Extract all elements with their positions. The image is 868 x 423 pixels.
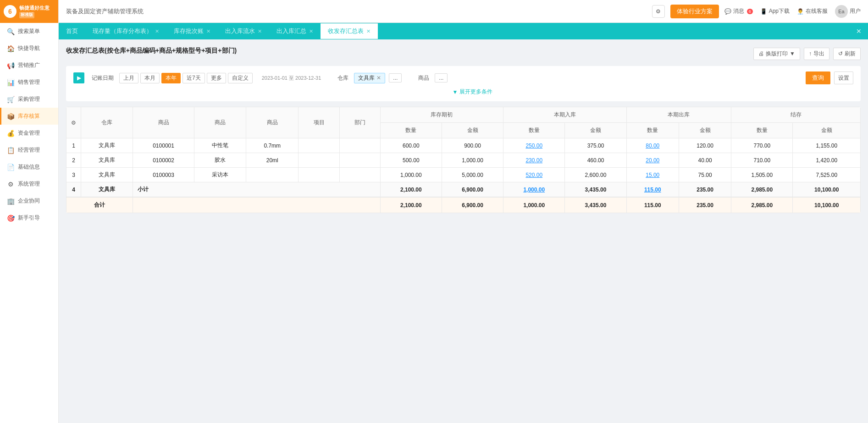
sidebar-item-inventory[interactable]: 📦 库存核算: [0, 108, 58, 125]
tab-close-in-out-summary[interactable]: ✕: [309, 28, 313, 34]
inventory-icon: 📦: [7, 113, 14, 120]
tab-close-receive-summary[interactable]: ✕: [366, 28, 370, 34]
date-btn-this-month[interactable]: 本月: [140, 73, 160, 83]
sidebar-item-quick-nav[interactable]: 🏠 快捷导航: [0, 40, 58, 57]
tab-close-batch[interactable]: ✕: [206, 28, 210, 34]
sidebar-item-marketing[interactable]: 📢 营销推广: [0, 57, 58, 74]
app-download-btn[interactable]: 📱 App下载: [760, 7, 790, 15]
warehouse-tag: 文具库 ✕: [354, 73, 385, 83]
sidebar-item-search[interactable]: 🔍 搜索菜单: [0, 23, 58, 40]
tab-in-out-flow[interactable]: 出入库流水 ✕: [218, 23, 269, 39]
warehouse-more-btn[interactable]: ...: [389, 73, 402, 82]
date-btn-this-year[interactable]: 本年: [161, 73, 181, 83]
row-bal-qty: 770.00: [731, 138, 793, 153]
date-btn-last-month[interactable]: 上月: [119, 73, 138, 83]
row-bal-amt: 1,155.00: [793, 138, 861, 153]
goods-more-btn[interactable]: ...: [435, 73, 448, 82]
sub-out-qty[interactable]: 115.00: [626, 182, 679, 198]
sidebar-item-label: 快捷导航: [18, 44, 40, 52]
sidebar-item-operation[interactable]: 📋 经营管理: [0, 142, 58, 159]
row-in-qty[interactable]: 250.00: [503, 138, 565, 153]
printer-icon: 🖨: [758, 50, 764, 57]
sidebar-item-label: 采购管理: [18, 95, 40, 103]
warehouse-tag-close[interactable]: ✕: [376, 75, 381, 81]
sidebar-item-label: 经营管理: [18, 146, 40, 154]
guide-icon: 🎯: [7, 214, 14, 222]
total-bal-amt: 10,100.00: [793, 197, 861, 213]
sidebar-item-label: 新手引导: [18, 214, 40, 222]
row-out-amt: 120.00: [679, 138, 731, 153]
top-bar: 装备及固定资产辅助管理系统 ⚙ 体验行业方案 💬 消息 6 📱 App下载 👨‍…: [59, 0, 868, 23]
total-out-qty: 115.00: [626, 197, 679, 213]
sales-icon: 📊: [7, 79, 14, 86]
refresh-button[interactable]: ↺ 刷新: [833, 48, 861, 60]
row-dept: [339, 138, 380, 153]
row-out-qty[interactable]: 80.00: [626, 138, 679, 153]
settings-icon-btn[interactable]: ⚙: [652, 5, 665, 18]
total-init-qty: 2,100.00: [380, 197, 442, 213]
sub-warehouse: 文具库: [81, 182, 133, 198]
export-button[interactable]: ↑ 导出: [804, 48, 829, 60]
row-project: [299, 168, 339, 182]
settings-small-btn[interactable]: 设置: [834, 71, 853, 84]
row-in-qty[interactable]: 520.00: [503, 168, 565, 182]
tab-stock-dist[interactable]: 现存量（库存分布表） ✕: [85, 23, 166, 39]
col-init-amt: 金额: [442, 123, 503, 138]
tab-close-stock-dist[interactable]: ✕: [155, 28, 159, 34]
sidebar-item-finance[interactable]: 💰 资金管理: [0, 125, 58, 142]
online-service-btn[interactable]: 👨‍💼 在线客服: [797, 7, 828, 15]
col-in-amt: 金额: [565, 123, 626, 138]
tab-receive-summary[interactable]: 收发存汇总表 ✕: [321, 23, 378, 39]
refresh-icon: ↺: [838, 50, 843, 57]
table-row: 1 文具库 0100001 中性笔 0.7mm 600.00 900.00 25…: [66, 138, 861, 153]
user-btn[interactable]: Ea 用户: [835, 5, 861, 18]
sidebar-item-system[interactable]: ⚙ 系统管理: [0, 176, 58, 192]
filter-toggle-btn[interactable]: ▶: [73, 72, 84, 83]
main-area: 装备及固定资产辅助管理系统 ⚙ 体验行业方案 💬 消息 6 📱 App下载 👨‍…: [59, 0, 868, 423]
system-icon: ⚙: [7, 181, 14, 188]
row-init-qty: 1,000.00: [380, 168, 442, 182]
header-btn-group: 💬 消息 6 📱 App下载 👨‍💼 在线客服 Ea 用户: [724, 5, 861, 18]
tab-bar-close[interactable]: ✕: [850, 24, 868, 38]
date-btn-more[interactable]: 更多: [207, 73, 226, 83]
tab-in-out-summary[interactable]: 出入库汇总 ✕: [269, 23, 321, 39]
sidebar-item-guide[interactable]: 🎯 新手引导: [0, 209, 58, 226]
date-btn-7days[interactable]: 近7天: [182, 73, 205, 83]
tab-home[interactable]: 首页: [59, 23, 85, 39]
sub-in-qty[interactable]: 1,000.00: [503, 182, 565, 198]
row-out-qty[interactable]: 20.00: [626, 153, 679, 168]
marketing-icon: 📢: [7, 62, 14, 69]
trial-button[interactable]: 体验行业方案: [670, 5, 719, 18]
col-spec: 商品: [246, 107, 299, 138]
expand-btn[interactable]: ▼ 展开更多条件: [453, 88, 493, 96]
search-icon: 🔍: [7, 28, 14, 35]
sidebar-item-purchase[interactable]: 🛒 采购管理: [0, 91, 58, 108]
row-warehouse: 文具库: [81, 153, 133, 168]
data-table-container: ⚙ 仓库 商品 商品 商品 项目 部门 库存期初 本期入库 本期出库 结存 数量: [66, 107, 861, 213]
row-spec: 0.7mm: [246, 138, 299, 153]
tab-close-in-out-flow[interactable]: ✕: [258, 28, 262, 34]
col-settings[interactable]: ⚙: [66, 107, 81, 138]
basic-info-icon: 📄: [7, 164, 14, 171]
total-row: 合计 2,100.00 6,900.00 1,000.00 3,435.00 1…: [66, 197, 861, 213]
user-label: 用户: [850, 7, 861, 15]
row-in-qty[interactable]: 230.00: [503, 153, 565, 168]
sidebar-item-sales[interactable]: 📊 销售管理: [0, 74, 58, 91]
row-out-qty[interactable]: 15.00: [626, 168, 679, 182]
tab-bar: 首页 现存量（库存分布表） ✕ 库存批次账 ✕ 出入库流水 ✕ 出入库汇总 ✕ …: [59, 23, 868, 39]
print-button[interactable]: 🖨 换版打印 ▼: [753, 48, 800, 60]
sidebar-item-enterprise[interactable]: 🏢 企业协同: [0, 192, 58, 209]
expand-row: ▼ 展开更多条件: [92, 88, 853, 96]
date-range-text: 2023-01-01 至 2023-12-31: [262, 75, 321, 81]
messages-btn[interactable]: 💬 消息 6: [724, 7, 753, 15]
sub-label: 小计: [133, 182, 380, 198]
message-icon: 💬: [724, 8, 731, 15]
tab-batch[interactable]: 库存批次账 ✕: [166, 23, 218, 39]
table-row: 3 文具库 0100003 采访本 1,000.00 5,000.00 520.…: [66, 168, 861, 182]
warehouse-tag-text: 文具库: [358, 74, 375, 82]
sidebar-item-basic-info[interactable]: 📄 基础信息: [0, 159, 58, 176]
expand-label: 展开更多条件: [459, 88, 492, 96]
system-title: 装备及固定资产辅助管理系统: [66, 7, 647, 16]
query-button[interactable]: 查询: [806, 71, 830, 84]
date-btn-custom[interactable]: 自定义: [228, 73, 253, 83]
